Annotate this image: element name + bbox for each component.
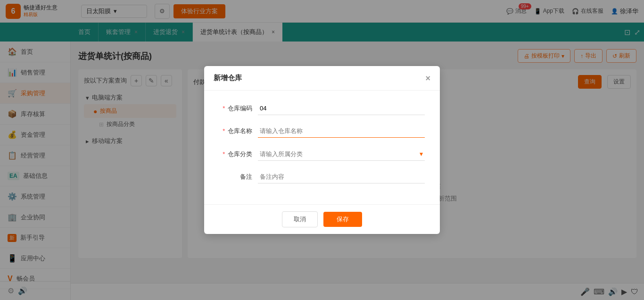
modal-title: 新增仓库 <box>214 74 242 83</box>
modal-overlay[interactable]: 新增仓库 × * 仓库编码 * 仓库名称 <box>0 0 644 300</box>
form-row-remark: 备注 <box>219 170 425 183</box>
modal-close-button[interactable]: × <box>425 74 430 83</box>
modal-header: 新增仓库 × <box>204 66 440 91</box>
save-button[interactable]: 保存 <box>323 212 362 227</box>
remark-input[interactable] <box>258 170 425 183</box>
remark-label: 备注 <box>219 173 252 181</box>
form-row-code: * 仓库编码 <box>219 102 425 115</box>
code-label: * 仓库编码 <box>219 104 252 113</box>
form-row-category: * 仓库分类 ▾ <box>219 147 425 161</box>
category-label: * 仓库分类 <box>219 150 252 158</box>
form-row-name: * 仓库名称 <box>219 125 425 138</box>
category-select-wrap[interactable]: ▾ <box>258 147 425 161</box>
modal-body: * 仓库编码 * 仓库名称 * 仓库分类 <box>204 91 440 204</box>
category-dropdown-icon: ▾ <box>420 150 423 158</box>
name-label: * 仓库名称 <box>219 127 252 135</box>
cancel-button[interactable]: 取消 <box>282 211 318 227</box>
code-input[interactable] <box>258 102 425 115</box>
name-input[interactable] <box>258 125 425 138</box>
new-warehouse-modal: 新增仓库 × * 仓库编码 * 仓库名称 <box>204 66 440 234</box>
required-star-name: * <box>223 127 225 134</box>
modal-footer: 取消 保存 <box>204 204 440 234</box>
required-star-code: * <box>223 105 225 112</box>
category-input[interactable] <box>260 150 420 158</box>
required-star-category: * <box>223 150 225 158</box>
